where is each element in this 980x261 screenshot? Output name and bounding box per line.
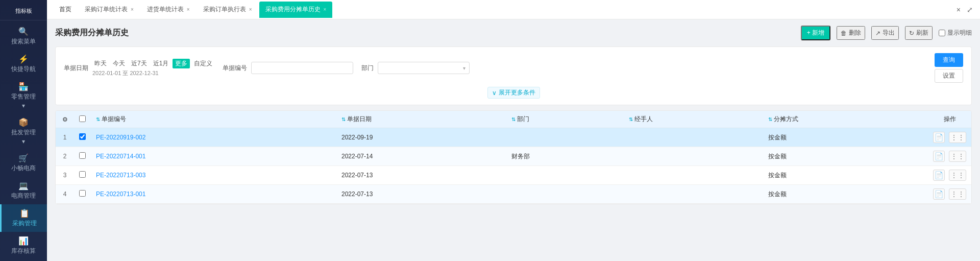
shortcut-1month[interactable]: 近1月 bbox=[151, 59, 171, 68]
select-all-checkbox[interactable] bbox=[79, 115, 86, 122]
sidebar-item-micro-mall[interactable]: 🛒 小畅电商 bbox=[0, 149, 47, 177]
sidebar: 指标板 🔍 搜索菜单 ⚡ 快捷导航 🏪 零售管理 ▾ 📦 批发管理 ▾ 🛒 小畅… bbox=[0, 0, 47, 261]
row-split-method: 按金额 bbox=[763, 147, 928, 166]
expand-button[interactable]: ∨ 展开更多条件 bbox=[487, 87, 540, 99]
tab-close-icon[interactable]: × bbox=[187, 7, 190, 12]
row-checkbox[interactable] bbox=[79, 152, 86, 159]
tab-close-icon[interactable]: × bbox=[324, 7, 327, 12]
row-actions: 📄 ⋮⋮ bbox=[928, 185, 971, 204]
sidebar-logo: 指标板 bbox=[0, 4, 47, 20]
row-number: 1 bbox=[56, 128, 74, 147]
view-action-icon[interactable]: 📄 bbox=[933, 188, 945, 200]
search-buttons: 查询 设置 bbox=[935, 53, 963, 83]
action-cell: 📄 ⋮⋮ bbox=[933, 170, 966, 181]
tab-close-window-icon[interactable]: × bbox=[955, 5, 962, 15]
row-handler bbox=[624, 128, 764, 147]
doc-num-link[interactable]: PE-20220713-003 bbox=[96, 172, 145, 179]
date-label: 单据日期 bbox=[64, 64, 88, 73]
shortcut-custom[interactable]: 自定义 bbox=[192, 59, 214, 68]
sidebar-item-ecommerce[interactable]: 💻 电商管理 bbox=[0, 177, 47, 204]
export-icon: ↗ bbox=[875, 30, 880, 37]
row-dept bbox=[506, 166, 623, 185]
sidebar-item-purchase[interactable]: 📋 采购管理 bbox=[0, 204, 47, 232]
sidebar-item-wholesale[interactable]: 📦 批发管理 ▾ bbox=[0, 113, 47, 149]
sidebar-item-quick-nav[interactable]: ⚡ 快捷导航 bbox=[0, 50, 47, 78]
checkbox-column-header bbox=[74, 111, 91, 128]
date-range-display: 2022-01-01 至 2022-12-31 bbox=[92, 69, 214, 77]
tab-maximize-icon[interactable]: ⤢ bbox=[966, 5, 974, 15]
tab-close-icon[interactable]: × bbox=[131, 7, 134, 12]
setting-button[interactable]: 设置 bbox=[935, 69, 963, 83]
row-checkbox-cell bbox=[74, 147, 91, 166]
doc-num-link[interactable]: PE-20220919-002 bbox=[96, 134, 145, 141]
split-method-column-header[interactable]: 分摊方式 bbox=[763, 111, 928, 128]
dept-label: 部门 bbox=[361, 64, 374, 73]
row-number: 4 bbox=[56, 185, 74, 204]
shortcut-more[interactable]: 更多 bbox=[173, 59, 190, 68]
delete-button[interactable]: 🗑 删除 bbox=[837, 26, 865, 40]
row-doc-date: 2022-07-13 bbox=[336, 185, 506, 204]
search-button[interactable]: 查询 bbox=[935, 53, 963, 67]
row-handler bbox=[624, 185, 764, 204]
more-action-icon[interactable]: ⋮⋮ bbox=[949, 188, 966, 200]
dept-select[interactable]: 财务部 bbox=[378, 62, 470, 74]
tab-bar: 首页 采购订单统计表 × 进货单统计表 × 采购订单执行表 × 采购费用分摊单历… bbox=[47, 0, 980, 19]
refresh-button[interactable]: ↻ 刷新 bbox=[905, 26, 933, 40]
tab-purchase-order-exec[interactable]: 采购订单执行表 × bbox=[197, 2, 258, 18]
expand-icon: ∨ bbox=[492, 89, 497, 97]
tab-bar-right: × ⤢ bbox=[955, 5, 974, 15]
dept-field: 部门 财务部 bbox=[361, 62, 470, 74]
tab-purchase-order-stats[interactable]: 采购订单统计表 × bbox=[79, 2, 140, 18]
dept-wrapper: 财务部 bbox=[378, 62, 470, 74]
sidebar-item-inventory[interactable]: 📊 库存核算 bbox=[0, 232, 47, 259]
purchase-icon: 📋 bbox=[19, 208, 30, 218]
doc-num-column-header[interactable]: 单据编号 bbox=[91, 111, 336, 128]
row-checkbox[interactable] bbox=[79, 190, 86, 197]
actions-column-header: 操作 bbox=[928, 111, 971, 128]
doc-num-input[interactable] bbox=[251, 62, 353, 74]
tab-close-icon[interactable]: × bbox=[249, 7, 252, 12]
inventory-icon: 📊 bbox=[18, 236, 29, 246]
wholesale-icon: 📦 bbox=[18, 117, 29, 127]
doc-num-link[interactable]: PE-20220714-001 bbox=[96, 153, 145, 160]
row-doc-num: PE-20220919-002 bbox=[91, 128, 336, 147]
row-split-method: 按金额 bbox=[763, 128, 928, 147]
doc-date-column-header[interactable]: 单据日期 bbox=[336, 111, 506, 128]
sidebar-item-retail[interactable]: 🏪 零售管理 ▾ bbox=[0, 78, 47, 113]
dept-column-header[interactable]: 部门 bbox=[506, 111, 623, 128]
add-button[interactable]: + 新增 bbox=[801, 26, 830, 40]
show-details-checkbox-label[interactable]: 显示明细 bbox=[939, 29, 972, 37]
view-action-icon[interactable]: 📄 bbox=[933, 132, 945, 143]
row-checkbox[interactable] bbox=[79, 133, 86, 140]
view-action-icon[interactable]: 📄 bbox=[933, 170, 945, 181]
row-checkbox-cell bbox=[74, 166, 91, 185]
main-area: 首页 采购订单统计表 × 进货单统计表 × 采购订单执行表 × 采购费用分摊单历… bbox=[47, 0, 980, 261]
handler-column-header[interactable]: 经手人 bbox=[624, 111, 764, 128]
doc-num-field: 单据编号 bbox=[223, 62, 353, 74]
tab-purchase-goods-stats[interactable]: 进货单统计表 × bbox=[141, 2, 196, 18]
shortcut-7days[interactable]: 近7天 bbox=[129, 59, 149, 68]
doc-num-link[interactable]: PE-20220713-001 bbox=[96, 191, 145, 198]
tab-purchase-cost-history[interactable]: 采购费用分摊单历史 × bbox=[259, 2, 333, 18]
tab-home[interactable]: 首页 bbox=[53, 2, 78, 18]
shortcut-today[interactable]: 今天 bbox=[111, 59, 127, 68]
table-header-row: ⚙ 单据编号 单据日期 部门 经手人 分摊方式 操作 bbox=[56, 111, 971, 128]
shortcut-yesterday[interactable]: 昨天 bbox=[92, 59, 109, 68]
date-shortcuts: 昨天 今天 近7天 近1月 更多 自定义 bbox=[92, 59, 214, 68]
more-action-icon[interactable]: ⋮⋮ bbox=[949, 170, 966, 181]
row-actions: 📄 ⋮⋮ bbox=[928, 166, 971, 185]
show-details-checkbox[interactable] bbox=[939, 30, 945, 36]
row-handler bbox=[624, 166, 764, 185]
row-dept bbox=[506, 185, 623, 204]
row-checkbox[interactable] bbox=[79, 171, 86, 178]
row-handler bbox=[624, 147, 764, 166]
search-row: 单据日期 昨天 今天 近7天 近1月 更多 自定义 2022-01-01 至 2… bbox=[64, 53, 963, 83]
sidebar-item-search[interactable]: 🔍 搜索菜单 bbox=[0, 22, 47, 50]
more-action-icon[interactable]: ⋮⋮ bbox=[949, 132, 966, 143]
more-action-icon[interactable]: ⋮⋮ bbox=[949, 151, 966, 162]
gear-column-header[interactable]: ⚙ bbox=[56, 111, 74, 128]
action-cell: 📄 ⋮⋮ bbox=[933, 132, 966, 143]
export-button[interactable]: ↗ 导出 bbox=[871, 26, 899, 40]
view-action-icon[interactable]: 📄 bbox=[933, 151, 945, 162]
doc-num-label: 单据编号 bbox=[223, 64, 247, 73]
